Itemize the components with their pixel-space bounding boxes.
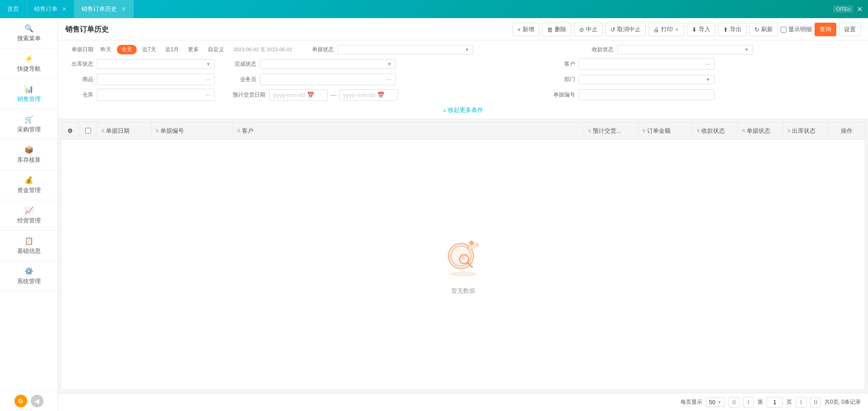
dept-select[interactable]: ▼ — [579, 75, 715, 84]
sidebar-item-quick-nav-label: 快捷导航 — [17, 65, 41, 73]
th-receipt-status: ⇅ 收款状态 — [693, 122, 738, 139]
page-label-pre: 第 — [758, 398, 763, 406]
sidebar-item-basic-info[interactable]: 📋 基础信息 — [0, 231, 58, 261]
print-button[interactable]: 🖨 打印 ▼ — [648, 23, 684, 36]
svg-point-5 — [461, 256, 465, 260]
add-button[interactable]: + 新增 — [513, 23, 540, 36]
display-detail-checkbox[interactable]: 显示明细 — [781, 25, 812, 34]
sidebar-item-system[interactable]: ⚙️ 系统管理 — [0, 261, 58, 291]
cancel-stop-button[interactable]: ↺ 取消中止 — [605, 23, 646, 36]
filter-row-2: 出库状态 ▼ 完成状态 ▼ 客户 ··· — [65, 58, 861, 70]
often-label: OfTEn — [833, 5, 853, 13]
warehouse-input[interactable] — [101, 92, 203, 98]
svg-point-0 — [450, 271, 477, 277]
query-button[interactable]: 查询 — [815, 23, 836, 36]
sidebar-collapse-btn[interactable]: ◀ — [31, 395, 43, 407]
complete-select[interactable]: ▼ — [260, 59, 396, 69]
delivery-from-input[interactable]: yyyy-mm-dd 📅 — [269, 89, 328, 101]
tab-sales-history[interactable]: 销售订单历史 ✕ — [74, 0, 134, 18]
sort-amount-icon[interactable]: ⇅ — [642, 128, 646, 133]
date-tab-7days[interactable]: 近7天 — [139, 45, 160, 54]
receipt-select-arrow: ▼ — [744, 47, 749, 52]
sidebar-item-system-label: 系统管理 — [17, 277, 41, 285]
outbound-select[interactable]: ▼ — [97, 59, 215, 69]
settings-button[interactable]: 设置 — [839, 23, 861, 36]
table-checkbox-all[interactable] — [79, 122, 97, 139]
sidebar-item-finance[interactable]: 💰 资金管理 — [0, 170, 58, 200]
sidebar-item-sales[interactable]: 📊 销售管理 — [0, 79, 58, 109]
outbound-label: 出库状态 — [65, 60, 97, 68]
top-bar-right: OfTEn ✕ — [828, 5, 868, 14]
tab-sales-history-close[interactable]: ✕ — [121, 6, 126, 12]
collapse-label: 收起更多条件 — [448, 106, 483, 114]
sort-order-no-icon[interactable]: ⇅ — [155, 128, 159, 133]
delete-label: 删除 — [555, 25, 566, 34]
delivery-label: 预计交货日期 — [233, 91, 269, 99]
close-window-icon[interactable]: ✕ — [857, 5, 863, 14]
table-settings-icon[interactable]: ⚙ — [61, 122, 79, 139]
date-tab-1month[interactable]: 近1月 — [162, 45, 183, 54]
sidebar-item-operations-label: 经营管理 — [17, 217, 41, 225]
sales-input[interactable] — [264, 76, 384, 82]
date-tab-yesterday[interactable]: 昨天 — [97, 45, 115, 54]
print-arrow-icon: ▼ — [675, 27, 679, 32]
sidebar-settings-btn[interactable]: ⚙ — [14, 395, 27, 407]
customer-input[interactable] — [583, 61, 703, 67]
main-layout: 🔍 搜索菜单 ⚡ 快捷导航 📊 销售管理 🛒 采购管理 📦 库存核算 💰 资金管… — [0, 18, 868, 411]
delivery-to-input[interactable]: yyyy-mm-dd 📅 — [339, 89, 398, 101]
empty-svg — [441, 234, 486, 280]
date-dash: — — [331, 92, 336, 98]
goods-dots[interactable]: ··· — [205, 76, 211, 83]
status-select[interactable]: ▼ — [337, 45, 473, 54]
next-page-btn[interactable]: ⟩ — [796, 397, 806, 408]
sidebar-item-quick-nav[interactable]: ⚡ 快捷导航 — [0, 48, 58, 79]
sort-receipt-icon[interactable]: ⇅ — [696, 128, 700, 133]
prev-page-btn[interactable]: ⟨ — [743, 397, 754, 408]
purchase-icon: 🛒 — [24, 115, 34, 124]
customer-dots[interactable]: ··· — [705, 60, 710, 68]
export-button[interactable]: ⬆ 导出 — [718, 23, 747, 36]
sort-outbound-icon[interactable]: ⇅ — [787, 128, 791, 133]
delete-button[interactable]: 🗑 删除 — [542, 23, 571, 36]
import-button[interactable]: ⬇ 导入 — [687, 23, 715, 36]
warehouse-dots[interactable]: ··· — [205, 91, 211, 98]
stop-button[interactable]: ⊘ 中止 — [574, 23, 603, 36]
order-no-label: 单据编号 — [551, 91, 579, 99]
export-label: 导出 — [730, 25, 742, 34]
goods-input[interactable] — [101, 76, 203, 82]
sales-label: 业务员 — [233, 76, 260, 83]
sort-date-icon[interactable]: ⇅ — [101, 128, 105, 133]
status-label: 单据状态 — [310, 46, 337, 53]
toolbar: + 新增 🗑 删除 ⊘ 中止 ↺ 取消中止 🖨 打印 — [513, 23, 861, 36]
first-page-btn[interactable]: ⟨⟨ — [729, 397, 739, 408]
display-detail-input[interactable] — [781, 27, 786, 33]
sort-order-status-icon[interactable]: ⇅ — [742, 128, 745, 133]
select-all-checkbox[interactable] — [85, 128, 91, 134]
sort-customer-icon[interactable]: ⇅ — [237, 128, 240, 133]
goods-label: 商品 — [65, 76, 97, 83]
order-no-input[interactable] — [579, 89, 715, 100]
sort-delivery-icon[interactable]: ⇅ — [588, 128, 591, 133]
refresh-button[interactable]: ↻ 刷新 — [749, 23, 778, 36]
date-tab-custom[interactable]: 自定义 — [204, 45, 228, 54]
sidebar-item-operations[interactable]: 📈 经营管理 — [0, 200, 58, 231]
page-header: 销售订单历史 + 新增 🗑 删除 ⊘ 中止 ↺ 取消中止 — [58, 18, 868, 40]
sidebar-item-purchase[interactable]: 🛒 采购管理 — [0, 109, 58, 140]
date-tab-more[interactable]: 更多 — [184, 45, 202, 54]
tab-sales-order[interactable]: 销售订单 ✕ — [27, 0, 74, 18]
page-size-arrow: ▼ — [717, 400, 722, 405]
tab-home[interactable]: 首页 — [0, 0, 27, 18]
page-number-input[interactable]: 1 — [767, 397, 783, 408]
page-size-select[interactable]: 50 ▼ — [706, 397, 725, 407]
receipt-select[interactable]: ▼ — [617, 45, 753, 54]
collapse-row[interactable]: ∧ 收起更多条件 — [65, 104, 861, 114]
last-page-btn[interactable]: ⟩⟩ — [810, 397, 821, 408]
date-tab-today[interactable]: 今天 — [117, 45, 137, 54]
sidebar-item-inventory[interactable]: 📦 库存核算 — [0, 140, 58, 170]
sidebar-item-search[interactable]: 🔍 搜索菜单 — [0, 18, 58, 48]
add-label: 新增 — [523, 25, 534, 34]
sales-dots[interactable]: ··· — [386, 76, 392, 83]
tab-sales-order-close[interactable]: ✕ — [62, 6, 67, 12]
page-total: 共0页, 0条记录 — [825, 398, 861, 406]
filter-row-3: 商品 ··· 业务员 ··· 部门 ▼ — [65, 73, 861, 85]
